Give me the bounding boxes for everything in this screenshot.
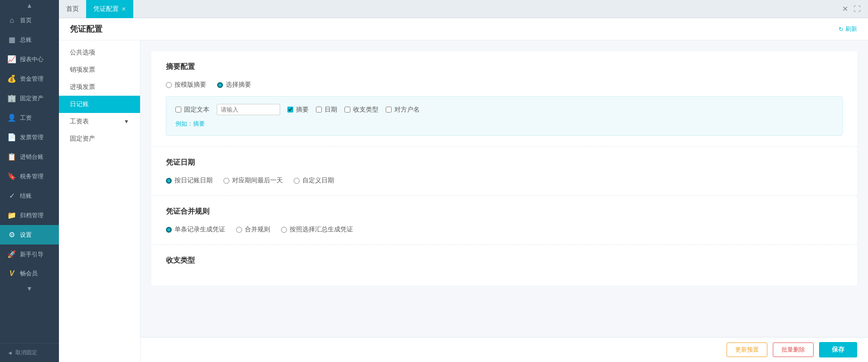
summary-radio-select-input[interactable] (217, 82, 223, 88)
summary-radio-select[interactable]: 选择摘要 (217, 81, 251, 89)
left-nav-payroll-table[interactable]: 工资表 ▼ (59, 113, 140, 130)
main-content: 摘要配置 按模版摘要 选择摘要 (141, 40, 868, 337)
summary-section: 摘要配置 按模版摘要 选择摘要 (151, 51, 857, 147)
merge-radio-single[interactable]: 单条记录生成凭证 (166, 225, 225, 234)
member-icon: V (7, 269, 16, 278)
date-radio-journal-input[interactable] (166, 178, 172, 184)
checkbox-row: 固定文本 摘要 日期 (175, 104, 833, 115)
sidebar-item-home[interactable]: ⌂ 首页 (0, 11, 59, 30)
payroll-icon: 👤 (7, 113, 16, 122)
refresh-button[interactable]: ↻ 刷新 (839, 25, 857, 33)
refresh-icon: ↻ (839, 26, 844, 33)
merge-section: 凭证合并规则 单条记录生成凭证 合并规则 (151, 196, 857, 245)
assets-icon: 🏢 (7, 94, 16, 103)
merge-radio-select-input[interactable] (281, 227, 287, 233)
batch-delete-button[interactable]: 批量删除 (773, 342, 814, 357)
date-radio-group: 按日记账日期 对应期间最后一天 自定义日期 (166, 176, 843, 185)
left-nav-fixed-assets[interactable]: 固定资产 (59, 130, 140, 147)
checkbox-summary-input[interactable] (287, 107, 293, 113)
update-preview-button[interactable]: 更新预置 (727, 342, 767, 357)
example-text: 例如：摘要 (175, 120, 833, 128)
ledger-icon: ▦ (7, 35, 16, 44)
maximize-button[interactable]: ⛶ (853, 5, 861, 13)
pin-icon: ◄ (7, 350, 13, 356)
summary-radio-template[interactable]: 按模版摘要 (166, 81, 206, 89)
summary-title: 摘要配置 (166, 62, 843, 72)
merge-radio-group: 单条记录生成凭证 合并规则 按照选择汇总生成凭证 (166, 225, 843, 234)
sidebar-item-settings[interactable]: ⚙ 设置 (0, 225, 59, 245)
report-icon: 📈 (7, 55, 16, 64)
sidebar-item-ledger[interactable]: ▦ 总账 (0, 30, 59, 49)
sidebar: ▲ ⌂ 首页 ▦ 总账 📈 报表中心 💰 资金管理 🏢 固定资产 👤 工资 📄 … (0, 0, 59, 362)
date-title: 凭证日期 (166, 158, 843, 167)
date-section: 凭证日期 按日记账日期 对应期间最后一天 (151, 147, 857, 196)
trade-icon: 📋 (7, 152, 16, 161)
closing-icon: ✓ (7, 191, 16, 200)
minimize-button[interactable]: ✕ (842, 5, 848, 13)
checkbox-fixed-text-input[interactable] (175, 107, 181, 113)
checkbox-counterparty-input[interactable] (386, 107, 392, 113)
merge-title: 凭证合并规则 (166, 207, 843, 216)
archive-icon: 📁 (7, 211, 16, 220)
content-layout: 公共选项 销项发票 进项发票 日记账 工资表 ▼ 固定资产 (59, 40, 868, 362)
checkbox-income-type[interactable]: 收支类型 (344, 106, 378, 114)
summary-radio-template-input[interactable] (166, 82, 172, 88)
left-nav: 公共选项 销项发票 进项发票 日记账 工资表 ▼ 固定资产 (59, 40, 141, 362)
tab-home[interactable]: 首页 (59, 0, 86, 18)
sidebar-unpin[interactable]: ◄ 取消固定 (0, 343, 59, 362)
left-nav-purchase-invoice[interactable]: 进项发票 (59, 78, 140, 96)
sidebar-item-payroll[interactable]: 👤 工资 (0, 108, 59, 127)
merge-radio-rule-input[interactable] (236, 227, 242, 233)
sidebar-item-assets[interactable]: 🏢 固定资产 (0, 88, 59, 108)
left-nav-journal[interactable]: 日记账 (59, 96, 140, 113)
merge-radio-select[interactable]: 按照选择汇总生成凭证 (281, 225, 353, 234)
checkbox-fixed-text[interactable]: 固定文本 (175, 106, 209, 114)
left-nav-sales-invoice[interactable]: 销项发票 (59, 61, 140, 78)
checkbox-income-type-input[interactable] (344, 107, 350, 113)
sidebar-item-funds[interactable]: 💰 资金管理 (0, 69, 59, 88)
checkbox-date-input[interactable] (316, 107, 322, 113)
date-radio-period-last[interactable]: 对应期间最后一天 (223, 176, 283, 185)
merge-radio-rule[interactable]: 合并规则 (236, 225, 270, 234)
sidebar-item-invoice[interactable]: 📄 发票管理 (0, 127, 59, 147)
window-controls: ✕ ⛶ (842, 5, 868, 13)
sidebar-item-closing[interactable]: ✓ 结账 (0, 186, 59, 205)
bottom-bar: 更新预置 批量删除 保存 (141, 337, 868, 362)
save-button[interactable]: 保存 (819, 342, 857, 357)
page-header: 凭证配置 ↻ 刷新 (59, 18, 868, 40)
date-radio-period-last-input[interactable] (223, 178, 229, 184)
checkbox-date[interactable]: 日期 (316, 106, 337, 114)
settings-icon: ⚙ (7, 230, 16, 239)
summary-radio-group: 按模版摘要 选择摘要 (166, 81, 843, 89)
checkbox-summary[interactable]: 摘要 (287, 106, 309, 114)
fixed-text-input[interactable] (217, 104, 280, 115)
sidebar-item-report[interactable]: 📈 报表中心 (0, 49, 59, 69)
date-radio-custom-input[interactable] (294, 178, 300, 184)
income-type-section: 收支类型 (151, 245, 857, 285)
income-type-title: 收支类型 (166, 256, 843, 265)
home-icon: ⌂ (7, 16, 16, 24)
sidebar-item-trade[interactable]: 📋 进销台账 (0, 147, 59, 166)
close-tab-icon[interactable]: ✕ (121, 6, 126, 12)
sidebar-item-member[interactable]: V 畅会员 (0, 264, 59, 283)
funds-icon: 💰 (7, 74, 16, 83)
tab-bar: 首页 凭证配置 ✕ ✕ ⛶ (59, 0, 868, 18)
main-area: 首页 凭证配置 ✕ ✕ ⛶ 凭证配置 ↻ 刷新 公共选项 销项发票 进项 (59, 0, 868, 362)
expand-icon: ▼ (124, 118, 129, 125)
summary-config-box: 固定文本 摘要 日期 (166, 96, 843, 136)
date-radio-journal[interactable]: 按日记账日期 (166, 176, 213, 185)
date-radio-custom[interactable]: 自定义日期 (294, 176, 334, 185)
sidebar-item-archive[interactable]: 📁 归档管理 (0, 205, 59, 225)
sidebar-item-guide[interactable]: 🚀 新手引导 (0, 245, 59, 264)
sidebar-scroll-down[interactable]: ▼ (0, 283, 59, 294)
tab-voucher[interactable]: 凭证配置 ✕ (86, 0, 133, 18)
sidebar-item-tax[interactable]: 🔖 税务管理 (0, 166, 59, 186)
page-title: 凭证配置 (70, 24, 102, 34)
checkbox-counterparty[interactable]: 对方户名 (386, 106, 420, 114)
sidebar-scroll-up[interactable]: ▲ (0, 0, 59, 11)
guide-icon: 🚀 (7, 250, 16, 259)
tax-icon: 🔖 (7, 172, 16, 181)
left-nav-public[interactable]: 公共选项 (59, 44, 140, 61)
merge-radio-single-input[interactable] (166, 227, 172, 233)
invoice-icon: 📄 (7, 133, 16, 142)
